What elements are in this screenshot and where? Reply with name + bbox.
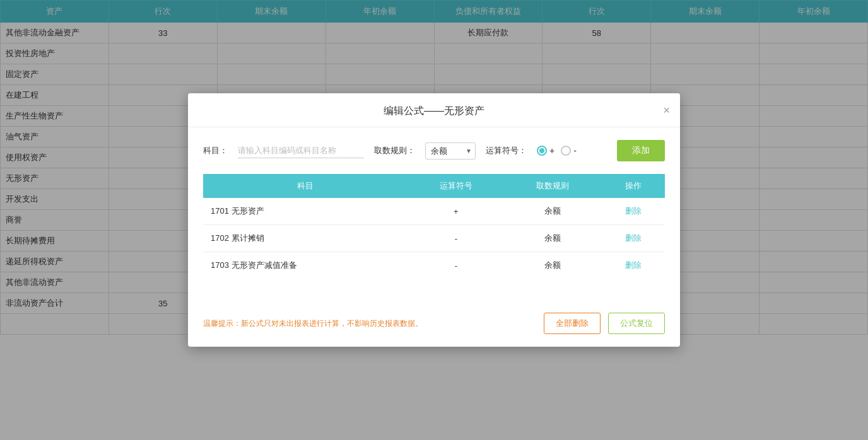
table-header-row: 科目 运算符号 取数规则 操作 xyxy=(203,174,665,198)
modal-header: 编辑公式——无形资产 × xyxy=(188,93,680,127)
rule-select[interactable]: 余额 借方 贷方 借方发生额 贷方发生额 xyxy=(425,142,476,159)
modal-overlay: 编辑公式——无形资产 × 科目： 取数规则： 余额 借方 贷方 借方发生额 贷方… xyxy=(0,0,868,440)
row1-rule: 余额 xyxy=(505,198,601,225)
operator-minus-label: - xyxy=(573,146,577,156)
row3-operator: - xyxy=(408,252,504,279)
col-header-rule: 取数规则 xyxy=(505,174,601,198)
row1-action: 删除 xyxy=(601,198,665,225)
rule-select-wrap[interactable]: 余额 借方 贷方 借方发生额 贷方发生额 ▼ xyxy=(425,142,476,159)
row2-action: 删除 xyxy=(601,225,665,252)
row2-rule: 余额 xyxy=(505,225,601,252)
delete-button-2[interactable]: 删除 xyxy=(625,233,642,244)
tip-text: 温馨提示：新公式只对未出报表进行计算，不影响历史报表数据。 xyxy=(203,318,423,329)
footer-buttons: 全部删除 公式复位 xyxy=(544,313,665,334)
col-header-action: 操作 xyxy=(601,174,665,198)
add-button[interactable]: 添加 xyxy=(617,140,665,161)
row1-operator: + xyxy=(408,198,504,225)
col-header-operator: 运算符号 xyxy=(408,174,504,198)
operator-radio-group: + - xyxy=(537,146,577,156)
table-row: 1703 无形资产减值准备 - 余额 删除 xyxy=(203,252,665,279)
subject-label: 科目： xyxy=(203,145,228,156)
modal-title: 编辑公式——无形资产 xyxy=(384,105,484,116)
modal-body: 科目： 取数规则： 余额 借方 贷方 借方发生额 贷方发生额 ▼ 运算符号： xyxy=(188,127,680,304)
form-row: 科目： 取数规则： 余额 借方 贷方 借方发生额 贷方发生额 ▼ 运算符号： xyxy=(203,140,665,161)
operator-plus-radio[interactable]: + xyxy=(537,146,554,156)
modal-footer: 温馨提示：新公式只对未出报表进行计算，不影响历史报表数据。 全部删除 公式复位 xyxy=(188,304,680,347)
delete-all-button[interactable]: 全部删除 xyxy=(544,313,601,334)
radio-circle-plus xyxy=(537,146,547,156)
delete-button-1[interactable]: 删除 xyxy=(625,206,642,217)
modal-dialog: 编辑公式——无形资产 × 科目： 取数规则： 余额 借方 贷方 借方发生额 贷方… xyxy=(188,93,680,347)
reset-button[interactable]: 公式复位 xyxy=(608,313,665,334)
radio-circle-minus xyxy=(561,146,571,156)
operator-minus-radio[interactable]: - xyxy=(561,146,577,156)
subject-input[interactable] xyxy=(238,143,364,158)
row3-subject: 1703 无形资产减值准备 xyxy=(203,252,408,279)
table-row: 1702 累计摊销 - 余额 删除 xyxy=(203,225,665,252)
row1-subject: 1701 无形资产 xyxy=(203,198,408,225)
table-row: 1701 无形资产 + 余额 删除 xyxy=(203,198,665,225)
close-button[interactable]: × xyxy=(663,105,670,116)
col-header-subject: 科目 xyxy=(203,174,408,198)
delete-button-3[interactable]: 删除 xyxy=(625,260,642,271)
formula-table: 科目 运算符号 取数规则 操作 1701 无形资产 + 余额 删除 xyxy=(203,174,665,279)
row3-action: 删除 xyxy=(601,252,665,279)
rule-label: 取数规则： xyxy=(374,145,415,156)
row2-operator: - xyxy=(408,225,504,252)
row3-rule: 余额 xyxy=(505,252,601,279)
operator-plus-label: + xyxy=(549,146,554,156)
row2-subject: 1702 累计摊销 xyxy=(203,225,408,252)
operator-label: 运算符号： xyxy=(486,145,527,156)
